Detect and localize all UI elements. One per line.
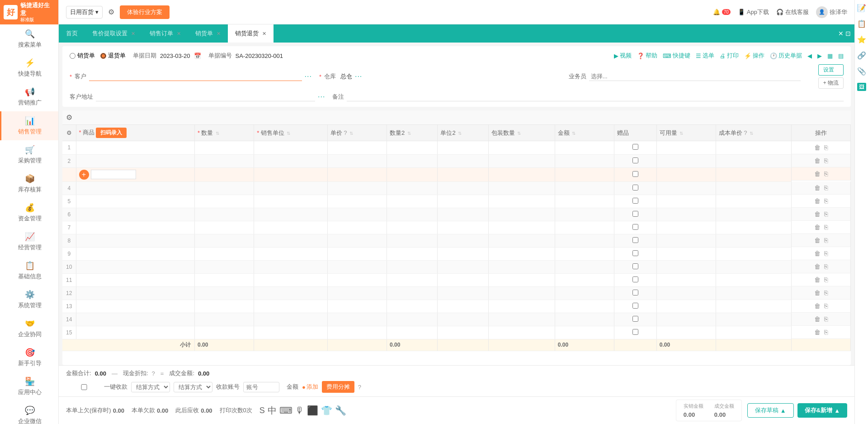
qty2-cell[interactable] — [387, 313, 438, 326]
copy-row-button[interactable]: ⎘ — [823, 143, 829, 152]
sort-unit-icon[interactable]: ⇅ — [287, 131, 290, 136]
unit-cell[interactable] — [254, 234, 328, 247]
qty2-cell[interactable] — [387, 273, 438, 286]
online-service-item[interactable]: 🎧 在线客服 — [776, 8, 809, 16]
amount-cell[interactable] — [555, 154, 614, 167]
right-sidebar-icon-3[interactable]: ⭐ — [857, 35, 866, 44]
pack-qty-cell[interactable] — [488, 326, 555, 339]
available-cell[interactable] — [656, 181, 716, 195]
available-cell[interactable] — [656, 221, 716, 234]
address-select-icon[interactable]: ··· — [318, 93, 325, 101]
logistics-button[interactable]: + 物流 — [818, 77, 844, 89]
delete-row-button[interactable]: 🗑 — [813, 156, 821, 165]
industry-select[interactable]: 日用百货 ▾ — [66, 6, 103, 19]
sort-unit2-icon[interactable]: ⇅ — [458, 131, 462, 136]
unit-cell[interactable] — [254, 273, 328, 286]
trial-button[interactable]: 体验行业方案 — [120, 5, 170, 19]
gift-checkbox[interactable] — [632, 224, 638, 230]
delete-row-button[interactable]: 🗑 — [813, 249, 821, 258]
unit-cell[interactable] — [254, 208, 328, 221]
gift-cell[interactable] — [614, 234, 657, 247]
sidebar-item-basic[interactable]: 📋 基础信息 — [0, 256, 58, 285]
pack-qty-cell[interactable] — [488, 208, 555, 221]
gift-checkbox[interactable] — [632, 276, 638, 282]
fee-help-icon[interactable]: ? — [358, 384, 361, 391]
price-cell[interactable] — [327, 208, 387, 221]
price-help-icon[interactable]: ? — [344, 129, 347, 136]
gift-cell[interactable] — [614, 221, 657, 234]
sort-qty2-icon[interactable]: ⇅ — [407, 131, 411, 136]
gift-checkbox[interactable] — [632, 185, 638, 191]
unit2-cell[interactable] — [438, 181, 488, 195]
copy-row-button[interactable]: ⎘ — [823, 183, 829, 192]
account-input[interactable] — [243, 382, 279, 392]
pack-qty-cell[interactable] — [488, 181, 555, 195]
gift-checkbox[interactable] — [632, 211, 638, 217]
sort-available-icon[interactable]: ⇅ — [679, 131, 683, 136]
amount-cell[interactable] — [555, 247, 614, 260]
table-gear-icon[interactable]: ⚙ — [66, 113, 72, 122]
tab-home[interactable]: 首页 — [59, 24, 85, 43]
sales-delivery-radio-input[interactable] — [70, 53, 75, 59]
unit-cell[interactable] — [254, 260, 328, 273]
price-cell[interactable] — [327, 195, 387, 208]
product-cell[interactable] — [76, 300, 194, 313]
product-cell[interactable] — [76, 208, 194, 221]
cost-cell[interactable] — [716, 167, 791, 181]
toolbar-print[interactable]: 🖨 打印 — [720, 52, 739, 60]
copy-row-button[interactable]: ⎘ — [823, 275, 829, 284]
qty2-cell[interactable] — [387, 286, 438, 300]
customer-select-icon[interactable]: ··· — [305, 72, 312, 81]
delete-row-button[interactable]: 🗑 — [813, 328, 821, 337]
pack-qty-cell[interactable] — [488, 313, 555, 326]
toolbar-shortcut[interactable]: ⌨ 快捷键 — [663, 52, 690, 60]
copy-row-button[interactable]: ⎘ — [823, 314, 829, 324]
pack-qty-cell[interactable] — [488, 273, 555, 286]
unit2-cell[interactable] — [438, 260, 488, 273]
sougou-icon[interactable]: S — [259, 406, 265, 415]
right-sidebar-icon-5[interactable]: 📎 — [857, 67, 866, 76]
sidebar-item-operations[interactable]: 📈 经营管理 — [0, 227, 58, 256]
product-cell[interactable] — [76, 195, 194, 208]
sidebar-item-system[interactable]: ⚙️ 系统管理 — [0, 285, 58, 314]
tab-sales-order[interactable]: 销售订单 ✕ — [142, 24, 188, 43]
cost-cell[interactable] — [716, 181, 791, 195]
available-cell[interactable] — [656, 208, 716, 221]
amount-cell[interactable] — [555, 208, 614, 221]
toolbar-select[interactable]: ☰ 选单 — [696, 52, 714, 60]
customer-input[interactable] — [89, 72, 302, 81]
product-cell[interactable] — [76, 154, 194, 167]
quantity-cell[interactable] — [194, 260, 254, 273]
amount-cell[interactable] — [555, 234, 614, 247]
amount-cell[interactable] — [555, 313, 614, 326]
unit-cell[interactable] — [254, 313, 328, 326]
notification-item[interactable]: 🔔 70 — [713, 9, 731, 15]
quantity-cell[interactable] — [194, 300, 254, 313]
toolbar-grid-view[interactable]: ▦ — [827, 52, 833, 59]
amount-cell[interactable] — [555, 181, 614, 195]
sidebar-item-search[interactable]: 🔍 搜索菜单 — [0, 24, 58, 53]
one-click-payment-checkbox[interactable] — [66, 384, 102, 390]
price-cell[interactable] — [327, 273, 387, 286]
unit-cell[interactable] — [254, 286, 328, 300]
sidebar-item-shortcut[interactable]: ⚡ 快捷导航 — [0, 53, 58, 82]
quantity-cell[interactable] — [194, 181, 254, 195]
gift-checkbox[interactable] — [632, 290, 638, 295]
unit-cell[interactable] — [254, 300, 328, 313]
unit-cell[interactable] — [254, 247, 328, 260]
settings-button[interactable]: 设置 — [818, 64, 844, 76]
sort-amount-icon[interactable]: ⇅ — [572, 131, 576, 136]
quantity-cell[interactable] — [194, 234, 254, 247]
cost-cell[interactable] — [716, 195, 791, 208]
pack-qty-cell[interactable] — [488, 247, 555, 260]
amount-cell[interactable] — [555, 221, 614, 234]
input-icon-4[interactable]: ⬛ — [307, 405, 318, 416]
gift-checkbox[interactable] — [632, 171, 638, 177]
input-icon-3[interactable]: 🎙 — [295, 405, 304, 416]
delete-row-button[interactable]: 🗑 — [813, 288, 821, 297]
gift-cell[interactable] — [614, 326, 657, 339]
gift-cell[interactable] — [614, 300, 657, 313]
save-draft-button[interactable]: 保存草稿 ▲ — [747, 403, 794, 418]
discount-help-icon[interactable]: ? — [152, 370, 155, 377]
amount-cell[interactable] — [555, 141, 614, 155]
